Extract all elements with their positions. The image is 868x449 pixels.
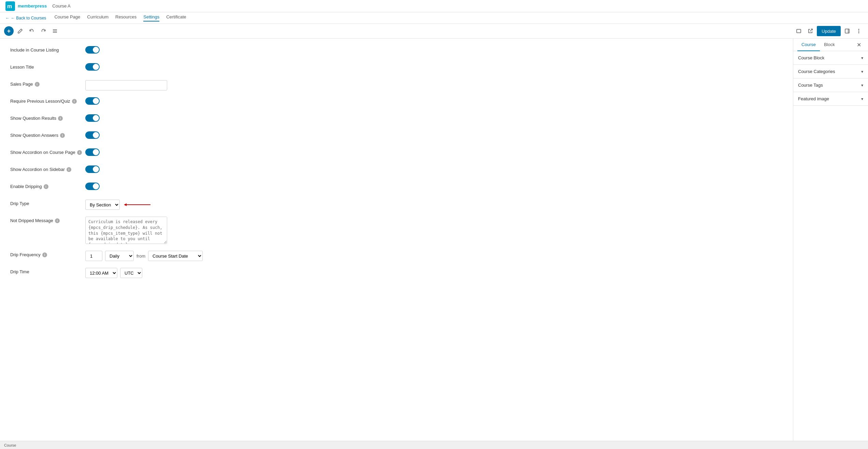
not-dripped-message-textarea[interactable]: Curriculum is released every {mpcs_drip_… [85,217,167,244]
show-question-results-info-icon[interactable]: i [58,116,63,121]
course-block-section-header[interactable]: Course Block ▾ [793,51,868,64]
lesson-title-row: Lesson Title [10,62,783,73]
require-previous-label: Require Previous Lesson/Quiz i [10,97,85,104]
show-accordion-sidebar-info-icon[interactable]: i [67,167,71,172]
require-previous-toggle[interactable] [85,97,100,105]
featured-image-chevron-icon: ▾ [861,97,863,101]
from-label: from [136,254,145,259]
show-accordion-course-info-icon[interactable]: i [77,150,82,155]
list-view-button[interactable] [50,26,60,36]
not-dripped-message-control: Curriculum is released every {mpcs_drip_… [85,216,783,244]
more-options-button[interactable] [854,26,864,36]
course-categories-chevron-icon: ▾ [861,69,863,74]
redo-button[interactable] [38,26,48,36]
course-tags-section-header[interactable]: Course Tags ▾ [793,78,868,92]
drip-type-select[interactable]: By Section By Lesson By Course [85,200,120,210]
drip-from-select[interactable]: Course Start Date Membership Start Date … [148,251,203,261]
show-question-results-control [85,114,783,122]
nav-curriculum[interactable]: Curriculum [87,14,108,21]
back-arrow-icon: ← [5,16,10,20]
svg-line-6 [810,29,812,31]
nav-links: Course Page Curriculum Resources Setting… [54,14,186,21]
drip-period-select[interactable]: Daily Weekly Monthly [105,251,134,261]
featured-image-section-header[interactable]: Featured image ▾ [793,92,868,105]
show-question-answers-row: Show Question Answers i [10,131,783,142]
show-accordion-course-toggle[interactable] [85,148,100,156]
content-area: Include in Course Listing Lesson Title [0,39,793,449]
show-question-results-toggle[interactable] [85,114,100,122]
drip-time-select[interactable]: 12:00 AM 1:00 AM 2:00 AM [85,268,117,278]
featured-image-section-title: Featured image [798,96,829,101]
sales-page-input[interactable] [85,80,167,90]
course-tags-chevron-icon: ▾ [861,83,863,88]
show-accordion-sidebar-row: Show Accordion on Sidebar i [10,165,783,176]
drip-frequency-number[interactable] [85,251,102,261]
tools-button[interactable] [15,26,25,36]
featured-image-section: Featured image ▾ [793,92,868,106]
sidebar-toggle-button[interactable] [842,26,852,36]
course-block-chevron-icon: ▾ [861,56,863,60]
show-question-answers-info-icon[interactable]: i [60,133,65,138]
lesson-title-label: Lesson Title [10,62,85,70]
drip-frequency-info-icon[interactable]: i [42,252,47,257]
add-block-button[interactable]: + [4,26,14,36]
sidebar-tab-course[interactable]: Course [797,39,820,51]
enable-dripping-row: Enable Dripping i [10,182,783,193]
drip-type-control: By Section By Lesson By Course [85,199,783,210]
toolbar-left: + [4,26,60,36]
course-block-section-title: Course Block [798,55,824,60]
svg-rect-7 [845,29,849,33]
drip-frequency-control: Daily Weekly Monthly from Course Start D… [85,250,783,261]
svg-rect-5 [797,29,801,33]
require-previous-info-icon[interactable]: i [72,99,77,104]
status-bar-text: Course [4,443,16,447]
show-accordion-course-control [85,148,783,156]
enable-dripping-toggle[interactable] [85,183,100,190]
right-sidebar: Course Block ✕ Course Block ▾ Course Cat… [793,39,868,449]
drip-frequency-label: Drip Frequency i [10,250,85,257]
drip-time-control: 12:00 AM 1:00 AM 2:00 AM UTC EST PST [85,267,783,278]
update-button[interactable]: Update [817,26,841,36]
course-tags-section: Course Tags ▾ [793,78,868,92]
show-accordion-sidebar-label: Show Accordion on Sidebar i [10,165,85,172]
drip-timezone-select[interactable]: UTC EST PST [120,268,142,278]
include-in-course-listing-control [85,45,783,54]
sidebar-close-button[interactable]: ✕ [854,39,864,51]
svg-point-10 [858,31,859,32]
show-accordion-course-row: Show Accordion on Course Page i [10,148,783,159]
lesson-title-toggle[interactable] [85,63,100,71]
external-link-button[interactable] [805,26,815,36]
nav-settings[interactable]: Settings [143,14,159,21]
main-layout: Include in Course Listing Lesson Title [0,39,868,449]
sales-page-info-icon[interactable]: i [35,82,40,87]
brand-name: memberpress [18,3,47,9]
show-question-answers-toggle[interactable] [85,131,100,139]
sidebar-tab-block[interactable]: Block [820,39,839,51]
back-to-courses-link[interactable]: ← ← Back to Courses [5,16,46,20]
show-accordion-sidebar-toggle[interactable] [85,165,100,173]
show-question-results-label: Show Question Results i [10,114,85,121]
svg-marker-13 [124,203,127,206]
secondary-nav: ← ← Back to Courses Course Page Curricul… [0,12,868,24]
nav-course-page[interactable]: Course Page [54,14,80,21]
drip-type-row: Drip Type By Section By Lesson By Course [10,199,783,210]
nav-certificate[interactable]: Certificate [166,14,186,21]
external-link-icon [808,28,813,34]
course-categories-section-header[interactable]: Course Categories ▾ [793,65,868,78]
enable-dripping-info-icon[interactable]: i [44,184,48,189]
not-dripped-message-info-icon[interactable]: i [55,218,60,223]
sidebar-icon [844,28,850,34]
include-in-course-listing-label: Include in Course Listing [10,45,85,53]
sales-page-control [85,79,783,90]
nav-resources[interactable]: Resources [115,14,136,21]
drip-type-label: Drip Type [10,199,85,206]
undo-button[interactable] [27,26,37,36]
svg-text:m: m [7,3,12,9]
sidebar-tabs: Course Block ✕ [793,39,868,51]
show-question-answers-label: Show Question Answers i [10,131,85,138]
include-in-course-listing-toggle[interactable] [85,46,100,54]
course-categories-section: Course Categories ▾ [793,65,868,78]
show-accordion-sidebar-control [85,165,783,173]
view-button[interactable] [794,26,804,36]
list-icon [52,28,58,34]
